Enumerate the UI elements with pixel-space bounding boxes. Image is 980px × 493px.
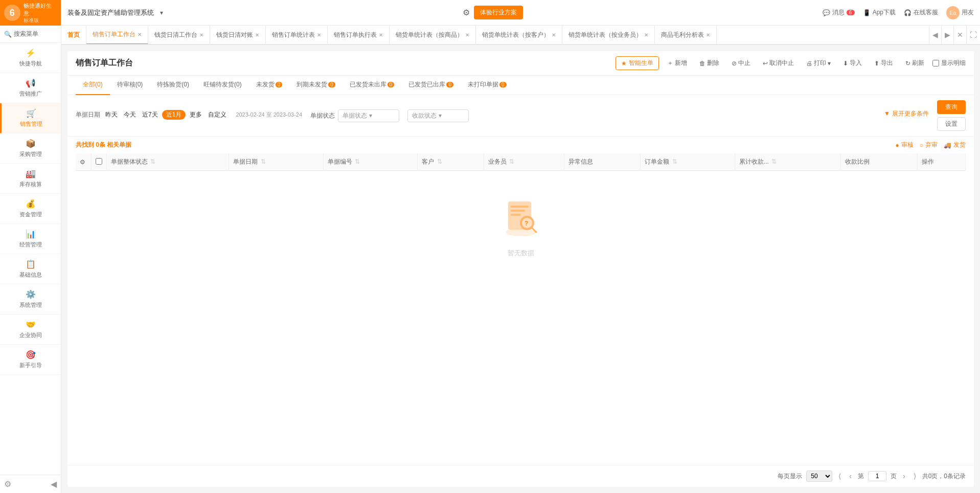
tab-close-sales-by-product[interactable]: ✕ xyxy=(465,32,469,38)
query-btn[interactable]: 查询 xyxy=(937,100,966,114)
sort-number[interactable]: ⇅ xyxy=(355,158,360,165)
tab-close-product-margin[interactable]: ✕ xyxy=(706,32,710,38)
sub-tab-delivered-out[interactable]: 已发货已出库 0 xyxy=(401,76,461,95)
topbar-gear-icon[interactable]: ⚙ xyxy=(463,8,470,17)
sub-tab-pending-inspect[interactable]: 待拣验货(0) xyxy=(150,76,196,95)
tab-cash-reconcile[interactable]: 钱货日清对账 ✕ xyxy=(210,26,266,44)
sort-status[interactable]: ⇅ xyxy=(150,158,155,165)
sidebar-item-system[interactable]: ⚙️ 系统管理 xyxy=(0,284,61,315)
system-dropdown[interactable]: ▾ xyxy=(160,9,163,16)
tab-sales-execute[interactable]: 销售订单执行表 ✕ xyxy=(328,26,390,44)
tab-home[interactable]: 首页 xyxy=(61,26,86,44)
tab-cash-daily[interactable]: 钱货日清工作台 ✕ xyxy=(148,26,210,44)
tab-sales-by-customer[interactable]: 销货单统计表（按客户） ✕ xyxy=(476,26,562,44)
date-btn-7days[interactable]: 近7天 xyxy=(140,109,160,120)
sub-tab-delivered-not-out[interactable]: 已发货未出库 0 xyxy=(343,76,402,95)
tab-next-btn[interactable]: ▶ xyxy=(941,26,953,44)
sort-date[interactable]: ⇅ xyxy=(261,158,266,165)
print-icon: 🖨 xyxy=(806,60,812,67)
status-select[interactable]: 单据状态 ▾ xyxy=(338,109,399,122)
stop-btn[interactable]: ⊘ 中止 xyxy=(727,57,755,70)
message-item[interactable]: 💬 消息 6 xyxy=(823,8,855,17)
cancel-review-btn[interactable]: ○ 弃审 xyxy=(920,141,938,149)
th-settings[interactable]: ⚙ xyxy=(76,153,91,171)
settings-bottom-btn[interactable]: ⚙ xyxy=(4,479,11,489)
page-input[interactable] xyxy=(868,471,886,481)
page-next-btn[interactable]: › xyxy=(901,471,907,481)
sidebar-item-operations[interactable]: 📊 经营管理 xyxy=(0,224,61,254)
sidebar-item-enterprise[interactable]: 🤝 企业协同 xyxy=(0,315,61,345)
select-all-checkbox[interactable] xyxy=(96,158,102,165)
tab-maximize-btn[interactable]: ⛶ xyxy=(966,26,980,44)
tab-close-sales-workbench[interactable]: ✕ xyxy=(138,32,142,37)
sort-amount[interactable]: ⇅ xyxy=(672,158,677,165)
user-item[interactable]: Ea 用友 xyxy=(946,6,974,19)
online-service-item[interactable]: 🎧 在线客服 xyxy=(904,8,938,17)
page-prev-btn[interactable]: ‹ xyxy=(847,471,854,481)
sub-tab-not-delivered[interactable]: 未发货 0 xyxy=(249,76,290,95)
date-btn-custom[interactable]: 自定义 xyxy=(206,109,229,120)
tab-close-sales-execute[interactable]: ✕ xyxy=(379,32,383,38)
date-btn-today[interactable]: 今天 xyxy=(122,109,138,120)
payment-status-select[interactable]: 收款状态 ▾ xyxy=(407,109,469,122)
delete-btn[interactable]: 🗑 删除 xyxy=(695,57,723,70)
ship-btn[interactable]: 🚚 发货 xyxy=(944,141,966,149)
add-btn[interactable]: ＋ 新增 xyxy=(663,57,691,70)
show-detail-label[interactable]: 显示明细 xyxy=(932,59,966,68)
sidebar-item-basic[interactable]: 📋 基础信息 xyxy=(0,254,61,284)
set-btn[interactable]: 设置 xyxy=(937,117,966,131)
tab-prev-btn[interactable]: ◀ xyxy=(929,26,941,44)
th-checkbox[interactable] xyxy=(91,153,106,171)
import-btn[interactable]: ⬇ 导入 xyxy=(839,57,866,70)
collapse-btn[interactable]: ◀ xyxy=(51,479,57,489)
sidebar-item-guide[interactable]: 🎯 新手引导 xyxy=(0,345,61,375)
tab-close-sales-stats[interactable]: ✕ xyxy=(317,32,321,38)
ship-icon: 🚚 xyxy=(944,142,951,149)
solution-btn[interactable]: 体验行业方案 xyxy=(474,6,523,19)
sort-customer[interactable]: ⇅ xyxy=(437,158,442,165)
svg-text:?: ? xyxy=(525,220,528,227)
date-btn-yesterday[interactable]: 昨天 xyxy=(103,109,120,120)
tab-close-cash-reconcile[interactable]: ✕ xyxy=(255,32,259,38)
tab-close-cash-daily[interactable]: ✕ xyxy=(199,32,203,38)
sub-tab-wangpu-pending[interactable]: 旺铺待发货(0) xyxy=(196,76,249,95)
sort-staff[interactable]: ⇅ xyxy=(509,158,514,165)
page-first-btn[interactable]: ⟨ xyxy=(836,471,843,481)
sub-tab-all[interactable]: 全部(0) xyxy=(76,76,110,95)
print-btn[interactable]: 🖨 打印 ▾ xyxy=(802,57,835,70)
sub-tab-pending-review[interactable]: 待审核(0) xyxy=(110,76,150,95)
refresh-btn[interactable]: ↻ 刷新 xyxy=(901,57,928,70)
sidebar-item-quick-nav[interactable]: ⚡ 快捷导航 xyxy=(0,43,61,73)
total-info: 共0页，0条记录 xyxy=(922,472,966,481)
tab-close-all-btn[interactable]: ✕ xyxy=(953,26,966,44)
page-last-btn[interactable]: ⟩ xyxy=(911,471,918,481)
sidebar-item-inventory[interactable]: 🏭 库存核算 xyxy=(0,164,61,194)
empty-text: 暂无数据 xyxy=(508,249,534,258)
sidebar-item-finance[interactable]: 💰 资金管理 xyxy=(0,194,61,224)
export-btn[interactable]: ⬆ 导出 xyxy=(870,57,897,70)
sidebar-item-sales[interactable]: 🛒 销售管理 xyxy=(0,103,61,133)
review-btn[interactable]: ● 审核 xyxy=(896,141,914,149)
sort-collected[interactable]: ⇅ xyxy=(771,158,777,165)
tab-sales-by-product[interactable]: 销货单统计表（按商品） ✕ xyxy=(390,26,476,44)
tab-product-margin[interactable]: 商品毛利分析表 ✕ xyxy=(655,26,717,44)
tab-sales-stats[interactable]: 销售订单统计表 ✕ xyxy=(266,26,328,44)
tab-sales-workbench[interactable]: 销售订单工作台 ✕ xyxy=(86,26,148,44)
page-size-select[interactable]: 50 100 200 xyxy=(806,470,832,482)
tab-close-sales-by-staff[interactable]: ✕ xyxy=(644,32,648,38)
sub-tab-expired-not-delivered[interactable]: 到期未发货 0 xyxy=(289,76,343,95)
expand-conditions-btn[interactable]: ▼ 展开更多条件 xyxy=(884,109,929,118)
orders-table: ⚙ 单据整体状态 ⇅ 单据日期 ⇅ 单据编号 xyxy=(76,153,966,171)
date-btn-1month[interactable]: 近1月 xyxy=(162,110,186,120)
sidebar-item-purchase[interactable]: 📦 采购管理 xyxy=(0,133,61,164)
tab-close-sales-by-customer[interactable]: ✕ xyxy=(552,32,556,38)
sub-tab-not-printed[interactable]: 未打印单据 0 xyxy=(461,76,514,95)
app-download-item[interactable]: 📱 App下载 xyxy=(863,8,896,17)
cancel-stop-btn[interactable]: ↩ 取消中止 xyxy=(759,57,798,70)
smart-generate-btn[interactable]: ★ 智能生单 xyxy=(616,56,659,70)
search-menu[interactable]: 🔍 搜索菜单 xyxy=(0,26,61,43)
sidebar-item-marketing[interactable]: 📢 营销推广 xyxy=(0,73,61,103)
date-btn-more[interactable]: 更多 xyxy=(188,109,204,120)
show-detail-checkbox[interactable] xyxy=(932,60,939,66)
tab-sales-by-staff[interactable]: 销货单统计表（按业务员） ✕ xyxy=(562,26,655,44)
